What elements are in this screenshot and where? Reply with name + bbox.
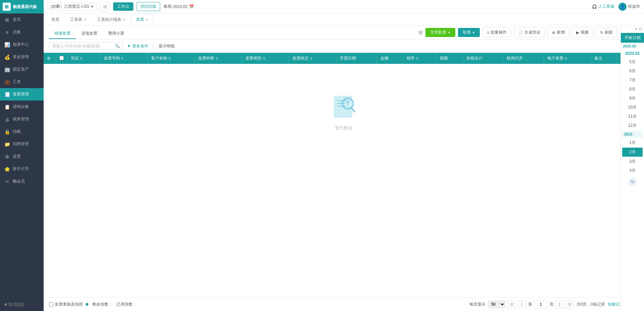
no-voucher-btn[interactable]: 无凭取票 ▼	[425, 28, 455, 37]
month-item-8[interactable]: 8月	[621, 85, 644, 94]
tab-close-icon[interactable]: ✕	[123, 18, 125, 22]
sidebar-item-closing[interactable]: 🔒 结账	[0, 125, 44, 138]
month-item-11[interactable]: 11月	[621, 112, 644, 121]
month-item-10[interactable]: 10月	[621, 103, 644, 112]
sidebar-item-settings[interactable]: ⚙ 设置	[0, 150, 44, 163]
sub-tab-sales-label: 销项发票	[54, 31, 71, 36]
sort-icon[interactable]: ⇅	[121, 56, 124, 60]
close-date-panel-btn[interactable]: ✕	[635, 27, 638, 31]
company-settings-btn[interactable]: ⊡	[100, 2, 110, 11]
tab-invoices[interactable]: 发票 ✕	[131, 14, 153, 25]
month-item[interactable]: 2023.02	[621, 49, 644, 57]
search-input[interactable]	[52, 44, 113, 48]
add-btn[interactable]: ⊕ 新增	[548, 28, 569, 37]
sidebar: 畅 畅捷通易代账 ⊞ 首页 ≡ 总账 📊 报表中心 💰 资金管理 🏢 固定资产 …	[0, 0, 44, 311]
gen-voucher-btn[interactable]: 📄 生成凭证	[514, 28, 545, 37]
sidebar-item-ledger[interactable]: ≡ 总账	[0, 26, 44, 38]
col-amount: 金额	[377, 53, 403, 64]
company-selector[interactable]: (勿删）江西股宝-LSS ▼	[48, 3, 97, 10]
sort-icon[interactable]: ⇅	[263, 56, 265, 60]
tab-home-label: 首页	[51, 17, 59, 23]
sidebar-item-archive[interactable]: 📁 归档管理	[0, 138, 44, 150]
month-item-2023-1[interactable]: 1月	[621, 138, 644, 147]
switch-version-button[interactable]: 切到旧版	[137, 2, 160, 11]
month-item-2023-4[interactable]: 4月	[621, 166, 644, 175]
remaining-label: 剩余张数：	[92, 302, 112, 307]
detail-checkbox[interactable]	[152, 44, 157, 48]
ledger-icon: ≡	[4, 30, 10, 35]
invoice-table: ⚙ 凭证 ⇅ 发票号码 ⇅ 客户名称 ⇅ 发票种类 ⇅ 发票类型 ⇅ 发票状态 …	[44, 53, 644, 64]
user-label: 徐溢华	[628, 4, 640, 9]
sub-tab-purchase-invoice[interactable]: 进项发票	[76, 29, 103, 39]
user-menu[interactable]: 👤 徐溢华	[618, 3, 640, 11]
grid-view-icon[interactable]: ⊞	[418, 29, 423, 36]
next-page-btn[interactable]: ⟩	[556, 300, 564, 308]
sidebar-item-home[interactable]: ⊞ 首页	[0, 13, 44, 26]
month-item-7[interactable]: 7月	[621, 76, 644, 85]
sub-tab-expense-receipt[interactable]: 费用小票	[103, 29, 130, 39]
first-page-btn[interactable]: ⟨⟨	[508, 300, 516, 308]
tab-home[interactable]: 首页	[46, 14, 64, 25]
month-item-2023-3[interactable]: 3月	[621, 157, 644, 166]
verify-label-wrap[interactable]: 发票查验及拍照	[49, 302, 88, 307]
select-all-checkbox[interactable]	[59, 56, 64, 60]
sidebar-item-salary[interactable]: 💼 工资	[0, 76, 44, 88]
content-area: 销项发票 进项发票 费用小票 ⊞ 无凭取票 ▼ 取票 ▼	[44, 26, 644, 311]
sort-icon[interactable]: ⇅	[216, 56, 218, 60]
sidebar-item-assets[interactable]: 🏢 固定资产	[0, 63, 44, 76]
month-item-6[interactable]: 6月	[621, 67, 644, 76]
sidebar-item-invoices[interactable]: 🧾 发票管理	[0, 88, 44, 101]
refresh-btn[interactable]: ↻ 刷新	[596, 28, 617, 37]
tab-salary-table[interactable]: 工资表 ✕	[65, 14, 91, 25]
sort-icon[interactable]: ⇅	[564, 56, 567, 60]
col-invoice-type: 发票种类 ⇅	[195, 53, 242, 64]
batch-ops-btn[interactable]: ≡ 批量操作	[482, 28, 511, 37]
sidebar-item-tax[interactable]: 🖨 税务管理	[0, 113, 44, 125]
month-item-9[interactable]: 9月	[621, 94, 644, 103]
per-page-select[interactable]: 50 100	[488, 301, 505, 308]
verify-checkbox[interactable]	[49, 302, 53, 307]
workspace-button[interactable]: 工作台	[113, 2, 133, 11]
date-panel-bottom: ↻	[621, 175, 644, 189]
guide-icon: 🌟	[4, 166, 10, 172]
sidebar-logo: 畅 畅捷通易代账	[0, 0, 44, 13]
tab-close-icon[interactable]: ✕	[84, 18, 86, 22]
month-item-2023-2[interactable]: 2月	[622, 148, 643, 157]
sort-icon[interactable]: ⇅	[168, 56, 171, 60]
customer-service-btn[interactable]: 🎧 人工客服	[592, 4, 614, 9]
col-tax-code: 税局代开	[503, 53, 544, 64]
date-sync-btn[interactable]: ↻	[629, 178, 637, 186]
tabs-bar: 首页 工资表 ✕ 工资统计报表 ✕ 发票 ✕	[44, 13, 644, 26]
dropdown-arrow-icon: ▼	[91, 5, 94, 8]
prev-page-btn[interactable]: ⟨	[518, 300, 526, 308]
tab-salary-stats[interactable]: 工资统计报表 ✕	[92, 14, 130, 25]
tab-close-icon[interactable]: ✕	[145, 18, 148, 22]
open-period-btn[interactable]: 开账日期	[621, 33, 644, 43]
expand-icon[interactable]: ⊡	[639, 27, 642, 31]
sidebar-item-reports[interactable]: 📊 报表中心	[0, 38, 44, 51]
sub-tab-sales-invoice[interactable]: 销项发票	[49, 29, 76, 39]
page-input[interactable]	[534, 300, 548, 308]
col-settings[interactable]: ⚙	[44, 53, 56, 64]
more-filter-btn[interactable]: ▼ 更多条件	[127, 43, 148, 49]
sidebar-item-sales[interactable]: 📋 进销台账	[0, 101, 44, 113]
sidebar-item-member[interactable]: ♾ 畅会员	[0, 175, 44, 188]
take-btn[interactable]: 取票 ▼	[458, 28, 480, 37]
col-checkbox[interactable]	[56, 53, 67, 64]
last-page-btn[interactable]: ⟩⟩	[566, 300, 574, 308]
video-btn[interactable]: ▶ 视频	[572, 28, 593, 37]
month-item-5[interactable]: 5月	[621, 57, 644, 67]
search-input-wrap: 🔍	[49, 42, 123, 50]
col-tax-rate: 税率 ⇅	[403, 53, 436, 64]
sort-icon[interactable]: ⇅	[310, 56, 313, 60]
sort-icon[interactable]: ⇅	[80, 56, 83, 60]
show-detail-toggle[interactable]: 显示明细	[152, 43, 175, 49]
date-panel: ✕ ⊡ 开账日期 2023.02 2023.02 5月 6月 7月 8月 9月 …	[620, 26, 644, 311]
sort-icon[interactable]: ⇅	[416, 56, 419, 60]
footer-right: 每页显示 50 100 ⟨⟨ ⟨ 第 页 ⟩ ⟩⟩ 共0页，0条记录 知酱记录	[469, 300, 639, 308]
sidebar-item-funds[interactable]: 💰 资金管理	[0, 51, 44, 63]
month-item-12[interactable]: 12月	[621, 121, 644, 130]
member-icon: ♾	[4, 179, 10, 184]
sidebar-collapse-btn[interactable]: ◀ 取消固定	[0, 299, 44, 311]
sidebar-item-guide[interactable]: 🌟 新手引导	[0, 163, 44, 175]
